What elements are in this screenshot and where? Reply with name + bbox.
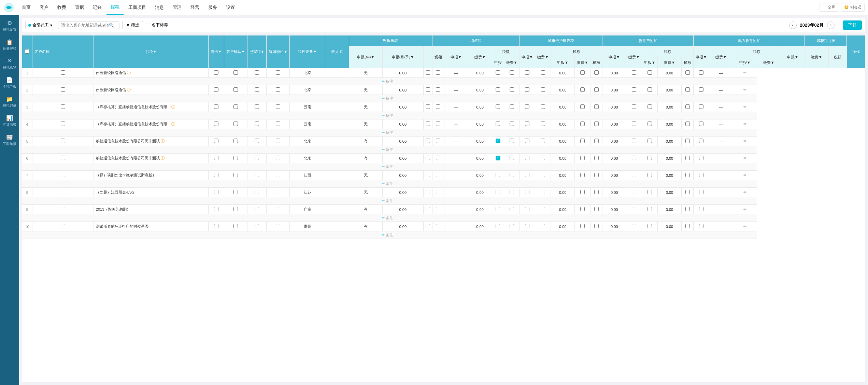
row-checkbox[interactable] — [594, 122, 599, 126]
row-checkbox[interactable] — [61, 224, 65, 228]
row-checkbox[interactable] — [233, 156, 238, 160]
leftnav-taxsettings[interactable]: ⚙ 报税设置 — [0, 16, 19, 35]
names-checkbox[interactable] — [146, 23, 150, 27]
row-checkbox[interactable] — [233, 224, 238, 228]
edit-cell[interactable]: ✏ — [733, 119, 757, 129]
row-checkbox[interactable] — [61, 104, 65, 109]
row-checkbox[interactable] — [685, 156, 690, 160]
row-checkbox[interactable] — [594, 190, 599, 194]
row-checkbox[interactable] — [61, 122, 65, 126]
row-checkbox[interactable] — [699, 122, 703, 126]
row-checkbox[interactable] — [214, 122, 218, 126]
row-checkbox[interactable] — [648, 87, 652, 92]
row-checkbox[interactable] — [510, 139, 514, 143]
row-checkbox[interactable] — [233, 207, 238, 211]
row-checkbox[interactable] — [541, 139, 545, 143]
edit-cell[interactable]: ✏ — [733, 137, 757, 146]
nav-billing[interactable]: 收费 — [53, 0, 70, 15]
row-checkbox[interactable] — [276, 156, 280, 160]
row-checkbox[interactable] — [699, 87, 703, 92]
row-checkbox[interactable] — [525, 156, 529, 160]
nav-bookkeeping[interactable]: 记账 — [89, 0, 106, 15]
edit-icon[interactable]: ✏ — [743, 122, 746, 126]
row-checkbox[interactable] — [648, 122, 652, 126]
row-checkbox[interactable] — [685, 122, 690, 126]
row-checkbox[interactable] — [436, 70, 440, 75]
row-checkbox[interactable] — [214, 224, 218, 228]
row-checkbox[interactable] — [632, 173, 636, 177]
row-checkbox[interactable] — [496, 70, 500, 75]
row-checkbox[interactable] — [648, 139, 652, 143]
row-checkbox[interactable] — [214, 173, 218, 177]
row-checkbox[interactable] — [699, 139, 703, 143]
row-checkbox[interactable] — [436, 87, 440, 92]
edit-cell[interactable]: ✏ — [733, 188, 757, 197]
checkbox-label[interactable]: 名下标养 — [146, 22, 168, 28]
row-checkbox[interactable] — [685, 87, 690, 92]
nav-client[interactable]: 客户 — [35, 0, 53, 15]
row-checkbox[interactable] — [510, 70, 514, 75]
row-checkbox[interactable] — [541, 173, 545, 177]
row-checkbox[interactable] — [594, 173, 599, 177]
edit-icon[interactable]: ✏ — [743, 139, 746, 143]
row-checkbox[interactable] — [214, 207, 218, 211]
nav-ops[interactable]: 经营 — [186, 0, 203, 15]
row-checkbox[interactable] — [632, 70, 636, 75]
row-checkbox[interactable] — [255, 156, 259, 160]
row-checkbox[interactable] — [541, 190, 545, 194]
next-month-btn[interactable]: › — [827, 22, 835, 29]
row-checkbox[interactable] — [214, 70, 218, 75]
row-checkbox[interactable] — [580, 87, 585, 92]
row-checkbox[interactable] — [594, 70, 599, 75]
search-box[interactable]: 🔍 — [58, 22, 119, 29]
row-checkbox[interactable] — [632, 156, 636, 160]
row-checkbox[interactable] — [648, 156, 652, 160]
row-checkbox[interactable] — [255, 122, 259, 126]
row-checkbox[interactable] — [496, 190, 500, 194]
row-checkbox[interactable] — [699, 173, 703, 177]
fullscreen-btn[interactable]: ⛶ 全屏 — [820, 3, 838, 12]
row-checkbox[interactable] — [61, 173, 65, 177]
row-checkbox[interactable] — [61, 87, 65, 92]
row-checkbox[interactable] — [580, 139, 585, 143]
row-checkbox[interactable] — [685, 104, 690, 109]
row-checkbox[interactable] — [541, 156, 545, 160]
row-checkbox[interactable] — [496, 224, 500, 228]
row-checkbox[interactable] — [436, 173, 440, 177]
row-checkbox[interactable] — [632, 87, 636, 92]
nav-msg[interactable]: 消息 — [151, 0, 168, 15]
row-checkbox[interactable] — [436, 122, 440, 126]
edit-icon[interactable]: ✏ — [743, 71, 746, 75]
row-checkbox[interactable] — [436, 224, 440, 228]
edit-cell[interactable]: ✏ — [733, 171, 757, 180]
row-checkbox[interactable] — [525, 139, 529, 143]
edit-icon[interactable]: ✏ — [743, 156, 746, 160]
row-checkbox[interactable] — [276, 224, 280, 228]
row-checkbox[interactable] — [648, 190, 652, 194]
nav-settings[interactable]: 设置 — [222, 0, 239, 15]
leftnav-records[interactable]: 📁 报税记录 — [0, 92, 19, 112]
row-checkbox[interactable] — [525, 70, 529, 75]
row-checkbox[interactable] — [496, 207, 500, 211]
row-checkbox[interactable] — [525, 190, 529, 194]
row-checkbox[interactable] — [594, 156, 599, 160]
row-checkbox[interactable] — [541, 122, 545, 126]
employee-filter[interactable]: 全部员工 ▾ — [25, 21, 55, 29]
row-checkbox[interactable] — [426, 173, 430, 177]
row-checkbox[interactable] — [580, 104, 585, 109]
edit-icon[interactable]: ✏ — [743, 105, 746, 109]
row-checkbox[interactable] — [61, 70, 65, 75]
row-checkbox[interactable] — [214, 156, 218, 160]
row-checkbox[interactable] — [255, 190, 259, 194]
edit-cell[interactable]: ✏ — [733, 102, 757, 112]
row-checkbox[interactable] — [510, 173, 514, 177]
row-checkbox[interactable] — [580, 207, 585, 211]
row-checkbox[interactable] — [233, 104, 238, 109]
row-checkbox[interactable] — [426, 122, 430, 126]
edit-cell[interactable]: ✏ — [733, 222, 757, 231]
row-checkbox[interactable] — [632, 104, 636, 109]
row-checkbox[interactable] — [648, 70, 652, 75]
row-checkbox[interactable] — [648, 104, 652, 109]
row-checkbox[interactable] — [436, 207, 440, 211]
row-checkbox[interactable] — [580, 173, 585, 177]
